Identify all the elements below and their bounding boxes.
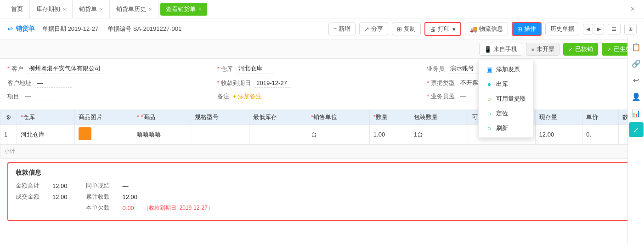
from-phone-button[interactable]: 📱 来自手机	[479, 43, 522, 56]
subtotal-label: 小计	[0, 145, 644, 159]
history-button[interactable]: 历史单据	[545, 23, 579, 35]
share-button[interactable]: ↗ 分享	[359, 23, 388, 35]
remark-field: 备注 添加备注	[217, 92, 427, 101]
product-table: ⚙ *仓库 商品图片 * *商品 规格型号 最低库存 *销售单位 *数量 包装数…	[0, 110, 644, 159]
tab-inventory-init[interactable]: 库存期初 ×	[30, 0, 73, 18]
project-field: 项目 —	[7, 92, 217, 101]
row-price[interactable]: 0.	[582, 125, 619, 145]
tab-view-sales[interactable]: 查看销货单 ×	[160, 3, 207, 16]
payment-col-1: 金额合计 12.00 成交金额 12.00	[16, 182, 68, 215]
list-view-button[interactable]: ☰	[608, 24, 621, 34]
next-button[interactable]: ▶	[594, 24, 604, 34]
close-tab-inventory[interactable]: ×	[63, 6, 66, 12]
close-tab-view[interactable]: ×	[198, 6, 201, 12]
add-note-button[interactable]: 添加备注	[233, 92, 262, 101]
same-order-value: —	[123, 182, 129, 189]
circle-icon: ●	[531, 46, 535, 53]
right-sidebar: 📋 🔗 ↩ 👤 📊 ⤢	[627, 37, 644, 245]
menu-locate[interactable]: ○ 定位	[479, 106, 533, 121]
not-open-button[interactable]: ● 未开票	[526, 43, 559, 56]
payment-date-label: 收款到期日	[217, 79, 251, 87]
row-spec[interactable]	[191, 125, 249, 145]
arrears-value: 0.00	[123, 205, 134, 211]
col-product: * *商品	[133, 110, 191, 125]
menu-available-extract[interactable]: ○ 可用量提取	[479, 91, 533, 106]
menu-outbound-label: 出库	[496, 80, 508, 88]
row-qty[interactable]: 1.00	[369, 125, 410, 145]
row-pack[interactable]: 1台	[410, 125, 468, 145]
doc-no: 单据编号 SA-20191227-001	[107, 25, 181, 33]
prev-button[interactable]: ◀	[583, 24, 593, 34]
menu-available-label: 可用量提取	[496, 95, 526, 103]
doc-actions: + 新增 ↗ 分享 ⊞ 复制 🖨 打印 ▾ 🚚 物流信息 ⊞ 操作	[328, 22, 637, 36]
arrears-row: 本单欠款 0.00 （收款到期日: 2019-12-27）	[86, 204, 213, 212]
payment-date-value[interactable]: 2019-12-27	[254, 79, 291, 88]
check2-icon: ✓	[607, 46, 612, 53]
row-index: 1	[0, 125, 17, 145]
operations-button[interactable]: ⊞ 操作	[512, 22, 542, 36]
row-min-stock[interactable]	[249, 125, 307, 145]
sales-label: 业务员孟	[427, 92, 455, 101]
customer-value[interactable]: 柳州粤港平安气体有限公司	[27, 63, 102, 74]
col-qty: *数量	[369, 110, 410, 125]
customer-field: 客户 柳州粤港平安气体有限公司	[7, 63, 217, 74]
form-row-3: 项目 — 备注 添加备注 业务员孟 —	[7, 92, 637, 101]
table-row: 1 河北仓库 嘻嘻嘻嘻 台 1.00 1台 12.00 0.	[0, 125, 644, 145]
project-value[interactable]: —	[23, 92, 60, 101]
form-row-2: 客户地址 — 收款到期日 2019-12-27 票据类型 不开票	[7, 78, 637, 88]
row-image	[75, 125, 133, 145]
menu-outbound[interactable]: ● 出库	[479, 77, 533, 91]
copy-button[interactable]: ⊞ 复制	[392, 23, 421, 35]
col-current: 现存量	[535, 110, 582, 125]
warehouse-value[interactable]: 河北仓库	[237, 63, 273, 74]
logistics-button[interactable]: 🚚 物流信息	[465, 23, 508, 35]
new-button[interactable]: + 新增	[328, 23, 356, 35]
verified-button[interactable]: ✓ 已核销	[563, 43, 598, 56]
right-icon-3[interactable]: ↩	[629, 73, 644, 87]
col-min-stock: 最低库存	[249, 110, 307, 125]
print-dropdown-icon: ▾	[452, 26, 456, 33]
col-settings[interactable]: ⚙	[0, 110, 17, 125]
share-icon: ↗	[364, 26, 369, 33]
col-pack: 包装数量	[410, 110, 468, 125]
refresh-icon: ○	[486, 125, 492, 131]
right-icon-1[interactable]: 📋	[629, 40, 644, 54]
print-button[interactable]: 🖨 打印 ▾	[424, 22, 461, 36]
truck-icon: 🚚	[470, 26, 477, 33]
invoice-icon: ▣	[486, 66, 492, 73]
tab-sales-order[interactable]: 销货单 ×	[73, 0, 109, 18]
tab-home[interactable]: 首页	[5, 0, 30, 18]
menu-refresh[interactable]: ○ 刷新	[479, 121, 533, 136]
close-tab-sales[interactable]: ×	[100, 6, 102, 12]
doc-type-label: 销货单	[16, 25, 35, 33]
transaction-amount-value: 12.00	[52, 194, 68, 200]
check-icon: ✓	[568, 46, 573, 53]
address-value[interactable]: —	[35, 79, 72, 88]
right-icon-4[interactable]: 👤	[629, 89, 644, 104]
col-warehouse: *仓库	[17, 110, 75, 125]
right-icon-5[interactable]: 📊	[629, 106, 644, 120]
invoice-type-label: 票据类型	[427, 79, 455, 87]
row-warehouse[interactable]: 河北仓库	[17, 125, 75, 145]
tab-sales-history[interactable]: 销货单历史 ×	[110, 0, 158, 18]
payment-col-2: 同单现结 — 累计收款 12.00 本单欠款 0.00 （收款到期日: 2019…	[86, 182, 213, 215]
operations-dropdown: ▣ 添加发票 ● 出库 ○ 可用量提取 ○ 定位 ○ 刷新	[478, 60, 534, 138]
right-icon-2[interactable]: 🔗	[629, 56, 644, 71]
doc-type-icon: ↩	[7, 25, 13, 33]
window-close-button[interactable]: ×	[626, 5, 639, 13]
amount-total-row: 金额合计 12.00	[16, 182, 68, 190]
col-unit: *销售单位	[307, 110, 370, 125]
row-current[interactable]: 12.00	[535, 125, 582, 145]
menu-refresh-label: 刷新	[496, 124, 508, 132]
doc-header: ↩ 销货单 单据日期 2019-12-27 单据编号 SA-20191227-0…	[0, 18, 644, 40]
warehouse-field: 仓库 河北仓库	[217, 63, 427, 74]
subtotal-row: 小计	[0, 145, 644, 159]
row-unit[interactable]: 台	[307, 125, 370, 145]
menu-add-invoice[interactable]: ▣ 添加发票	[479, 62, 533, 77]
close-tab-history[interactable]: ×	[149, 6, 152, 12]
phone-icon: 📱	[484, 46, 491, 53]
right-icon-expand[interactable]: ⤢	[629, 122, 644, 137]
menu-add-invoice-label: 添加发票	[496, 65, 520, 74]
row-product[interactable]: 嘻嘻嘻嘻	[133, 125, 191, 145]
grid-view-button[interactable]: ⊞	[624, 24, 637, 34]
